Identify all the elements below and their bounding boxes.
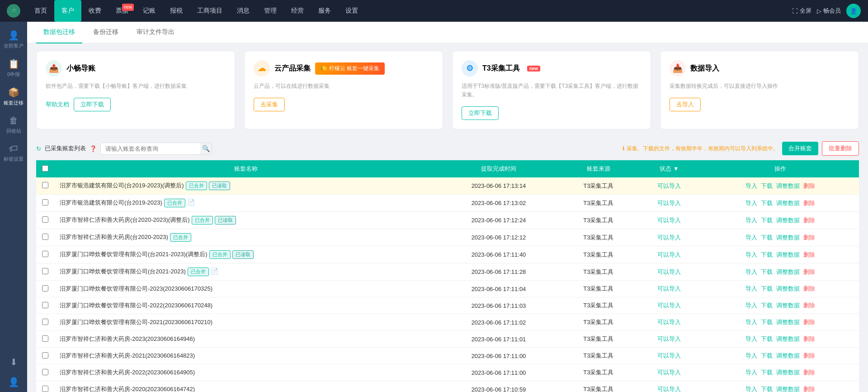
- adjust-action[interactable]: 调整数据: [776, 285, 800, 292]
- sidebar-item-tag-settings[interactable]: 🏷 标签设置: [0, 139, 27, 167]
- import-action[interactable]: 导入: [745, 200, 757, 206]
- row-checkbox[interactable]: [42, 369, 48, 375]
- reload-icon[interactable]: ↻: [36, 145, 41, 152]
- nav-accounting[interactable]: 记账: [136, 0, 163, 22]
- sidebar-item-all-customers[interactable]: 👤 全部客户: [0, 25, 27, 54]
- select-all-checkbox[interactable]: [42, 165, 48, 172]
- download-action[interactable]: 下载: [761, 217, 773, 224]
- sidebar-item-zero-report[interactable]: 📋 0申报: [0, 54, 27, 82]
- adjust-action[interactable]: 调整数据: [776, 217, 800, 224]
- download-action[interactable]: 下载: [761, 234, 773, 241]
- nav-message[interactable]: 消息: [230, 0, 257, 22]
- col-time[interactable]: 提取完成时间: [437, 160, 560, 177]
- row-checkbox[interactable]: [42, 251, 48, 257]
- adjust-action[interactable]: 调整数据: [776, 251, 800, 258]
- import-action[interactable]: 导入: [745, 251, 757, 258]
- download-action[interactable]: 下载: [761, 369, 773, 376]
- row-checkbox[interactable]: [42, 182, 48, 188]
- delete-action[interactable]: 删除: [803, 182, 815, 189]
- sidebar-download[interactable]: ⬇: [0, 352, 27, 372]
- delete-action[interactable]: 删除: [803, 217, 815, 224]
- download-action[interactable]: 下载: [761, 352, 773, 359]
- delete-action[interactable]: 删除: [803, 200, 815, 206]
- tab-data-migration[interactable]: 数据包迁移: [36, 22, 82, 43]
- go-import-btn[interactable]: 去导入: [670, 98, 701, 111]
- nav-service[interactable]: 服务: [311, 0, 338, 22]
- delete-action[interactable]: 删除: [803, 285, 815, 292]
- tab-audit-export[interactable]: 审计文件导出: [129, 22, 182, 43]
- import-action[interactable]: 导入: [745, 352, 757, 359]
- nav-home[interactable]: 首页: [27, 0, 54, 22]
- download-action[interactable]: 下载: [761, 302, 773, 309]
- user-avatar[interactable]: 👤: [846, 4, 861, 18]
- import-action[interactable]: 导入: [745, 217, 757, 224]
- import-action[interactable]: 导入: [745, 182, 757, 189]
- download-action[interactable]: 下载: [761, 335, 773, 342]
- adjust-action[interactable]: 调整数据: [776, 386, 800, 392]
- member-btn[interactable]: ▷ 畅会员: [817, 7, 841, 15]
- row-checkbox[interactable]: [42, 199, 48, 206]
- nav-management[interactable]: 管理: [257, 0, 284, 22]
- nav-business[interactable]: 工商项目: [190, 0, 230, 22]
- adjust-action[interactable]: 调整数据: [776, 234, 800, 241]
- delete-action[interactable]: 删除: [803, 369, 815, 376]
- row-checkbox[interactable]: [42, 285, 48, 292]
- delete-action[interactable]: 删除: [803, 335, 815, 342]
- delete-action[interactable]: 删除: [803, 319, 815, 325]
- select-all-header[interactable]: [36, 160, 54, 177]
- download-action[interactable]: 下载: [761, 182, 773, 189]
- nav-invoice[interactable]: 票据 new: [108, 0, 136, 22]
- nav-operation[interactable]: 经营: [284, 0, 311, 22]
- download-action[interactable]: 下载: [761, 200, 773, 206]
- adjust-action[interactable]: 调整数据: [776, 352, 800, 359]
- merge-accounts-btn[interactable]: 合并账套: [782, 142, 818, 155]
- delete-action[interactable]: 删除: [803, 352, 815, 359]
- nav-fee[interactable]: 收费: [81, 0, 108, 22]
- row-checkbox[interactable]: [42, 268, 48, 274]
- row-checkbox[interactable]: [42, 386, 48, 392]
- import-action[interactable]: 导入: [745, 369, 757, 376]
- import-action[interactable]: 导入: [745, 234, 757, 241]
- download-action[interactable]: 下载: [761, 285, 773, 292]
- sidebar-item-account-migration[interactable]: 📦 账套迁移: [0, 82, 27, 111]
- import-action[interactable]: 导入: [745, 386, 757, 392]
- adjust-action[interactable]: 调整数据: [776, 302, 800, 309]
- row-checkbox[interactable]: [42, 352, 48, 359]
- cloud-collect-badge-btn[interactable]: 🍋 柠檬云 账套一键采集: [315, 62, 385, 75]
- row-checkbox[interactable]: [42, 216, 48, 223]
- sidebar-item-recycle[interactable]: 🗑 回收站: [0, 111, 27, 139]
- fullscreen-btn[interactable]: ⛶ 全屏: [792, 7, 811, 15]
- adjust-action[interactable]: 调整数据: [776, 369, 800, 376]
- batch-delete-btn[interactable]: 批量删除: [822, 141, 859, 156]
- t3-download-btn[interactable]: 立即下载: [462, 106, 499, 120]
- import-action[interactable]: 导入: [745, 285, 757, 292]
- download-action[interactable]: 下载: [761, 386, 773, 392]
- search-button[interactable]: 🔍: [200, 145, 212, 152]
- xiaochu-download-btn[interactable]: 立即下载: [74, 98, 111, 111]
- row-checkbox[interactable]: [42, 302, 48, 308]
- search-input[interactable]: [101, 143, 200, 154]
- row-checkbox[interactable]: [42, 234, 48, 240]
- delete-action[interactable]: 删除: [803, 251, 815, 258]
- logo[interactable]: [0, 0, 27, 22]
- help-doc-link[interactable]: 帮助文档: [46, 100, 69, 109]
- adjust-action[interactable]: 调整数据: [776, 268, 800, 275]
- col-status[interactable]: 状态 ▼: [637, 160, 701, 177]
- go-collect-btn[interactable]: 去采集: [254, 98, 285, 111]
- import-action[interactable]: 导入: [745, 319, 757, 325]
- adjust-action[interactable]: 调整数据: [776, 200, 800, 206]
- download-action[interactable]: 下载: [761, 251, 773, 258]
- import-action[interactable]: 导入: [745, 335, 757, 342]
- nav-settings[interactable]: 设置: [338, 0, 365, 22]
- download-action[interactable]: 下载: [761, 268, 773, 275]
- adjust-action[interactable]: 调整数据: [776, 182, 800, 189]
- sidebar-user[interactable]: 👤: [0, 372, 27, 392]
- nav-customer[interactable]: 客户: [54, 0, 81, 22]
- adjust-action[interactable]: 调整数据: [776, 319, 800, 325]
- import-action[interactable]: 导入: [745, 302, 757, 309]
- import-action[interactable]: 导入: [745, 268, 757, 275]
- download-action[interactable]: 下载: [761, 319, 773, 325]
- row-checkbox[interactable]: [42, 319, 48, 325]
- tab-backup-migration[interactable]: 备份迁移: [86, 22, 126, 43]
- delete-action[interactable]: 删除: [803, 268, 815, 275]
